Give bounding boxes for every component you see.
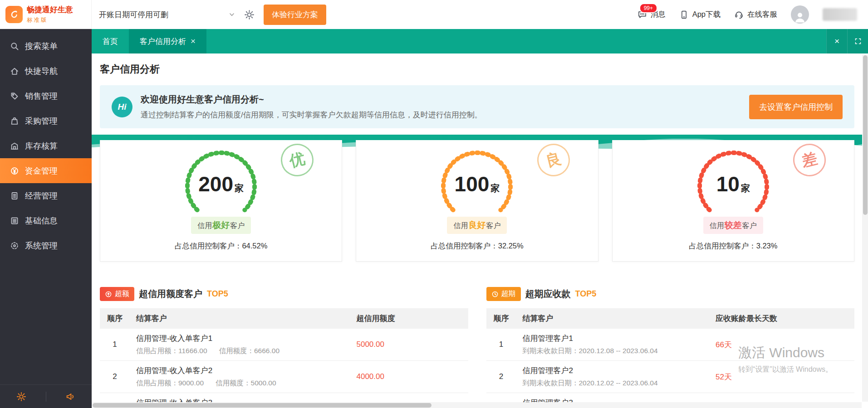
app-download-label: App下载 [692, 10, 721, 19]
top5-tables: 超额 超信用额度客户 TOP5 顺序 结算客户 超信用额度 [100, 287, 854, 408]
close-all-tabs-icon[interactable]: × [826, 29, 847, 53]
row-customer: 信用管理客户2 到期未收款日期：2020.12.02 -- 2023.06.04 [516, 361, 710, 393]
credit-poor-card: 10家 差 信用较差客户 占总信用控制客户：3.23% [612, 140, 854, 262]
trial-solution-button[interactable]: 体验行业方案 [264, 5, 326, 25]
over-amount-value: 5000.00 [350, 329, 468, 361]
sidebar-item-label: 资金管理 [25, 165, 58, 176]
overdue-receivables-table: 超期 超期应收款 TOP5 顺序 结算客户 应收账龄最长天数 [486, 287, 855, 408]
vertical-scrollbar-thumb[interactable] [863, 55, 868, 215]
setup-credit-control-button[interactable]: 去设置客户信用控制 [749, 95, 843, 119]
sidebar-item-inventory-accounting[interactable]: 库存核算 [0, 133, 92, 158]
online-service-label: 在线客服 [747, 10, 777, 19]
row-order: 2 [486, 361, 516, 393]
over-limit-icon [105, 291, 112, 298]
sidebar-item-sales-mgmt[interactable]: 销售管理 [0, 83, 92, 108]
vertical-scrollbar[interactable] [862, 54, 868, 402]
logo-title: 畅捷通好生意 [27, 5, 73, 15]
topbar: 开账日期可停用可删 体验行业方案 99+ 消息 App下载 在线客服 [92, 0, 868, 29]
sidebar-item-business-mgmt[interactable]: 经营管理 [0, 183, 92, 208]
sidebar-item-quick-nav[interactable]: 快捷导航 [0, 58, 92, 83]
overdue-table-title: 超期应收款 [525, 288, 571, 300]
banner-title: 欢迎使用好生意客户信用分析~ [141, 93, 482, 106]
poor-gauge: 10家 [681, 145, 785, 222]
account-period-value: 开账日期可停用可删 [99, 10, 168, 20]
grade-stamp-good: 良 [534, 140, 573, 180]
credit-summary-section: 200家 优 信用极好客户 占总信用控制客户：64.52% [92, 135, 868, 262]
customer-name: 信用管理-收入单客户2 [136, 365, 344, 376]
grade-badge: 信用极好客户 [191, 217, 251, 234]
messages-button[interactable]: 99+ 消息 [638, 10, 666, 19]
sidebar-menu: 搜索菜单 快捷导航 销售管理 采购管理 库存核算 资金管理 [0, 29, 92, 384]
account-period-select[interactable]: 开账日期可停用可删 [99, 10, 235, 20]
good-gauge: 100家 [425, 145, 529, 222]
sidebar-item-fund-mgmt[interactable]: 资金管理 [0, 158, 92, 183]
app-logo: 畅捷通好生意 标准版 [0, 0, 92, 29]
logo-icon [5, 6, 23, 23]
online-service-button[interactable]: 在线客服 [734, 10, 777, 19]
user-avatar[interactable] [791, 5, 809, 24]
tab-credit-analysis[interactable]: 客户信用分析 × [129, 29, 206, 53]
page-title: 客户信用分析 [92, 53, 868, 83]
sidebar-item-system-mgmt[interactable]: 系统管理 [0, 233, 92, 258]
announcement-icon[interactable] [65, 392, 75, 402]
row-order: 1 [486, 329, 516, 361]
table-row: 2 信用管理-收入单客户2 信用占用额：9000.00信用额度：5000.00 … [100, 361, 468, 393]
banner-text: 欢迎使用好生意客户信用分析~ 通过控制结算客户的信用额度/信用期限，可实时掌握客… [141, 93, 482, 120]
settings-gear-icon[interactable] [244, 10, 255, 20]
customer-name: 信用管理客户1 [523, 333, 703, 344]
col-order: 顺序 [100, 308, 130, 329]
fullscreen-icon[interactable] [847, 29, 868, 53]
phone-download-icon [679, 10, 689, 19]
row-order: 2 [100, 361, 130, 393]
customer-name: 信用管理-收入单客户1 [136, 333, 344, 344]
share-of-controlled: 占总信用控制客户：3.23% [613, 241, 854, 251]
tab-credit-analysis-label: 客户信用分析 [140, 36, 186, 47]
over-amount-value: 4000.00 [350, 361, 468, 393]
row-customer: 信用管理客户1 到期未收款日期：2020.12.08 -- 2023.06.04 [516, 329, 710, 361]
warehouse-icon [10, 141, 19, 151]
poor-count: 10家 [681, 172, 785, 196]
table-row: 2 信用管理客户2 到期未收款日期：2020.12.02 -- 2023.06.… [486, 361, 855, 393]
col-customer: 结算客户 [130, 308, 350, 329]
customer-detail: 到期未收款日期：2020.12.02 -- 2023.06.04 [523, 379, 703, 388]
footer-divider [46, 392, 46, 402]
sidebar-item-purchase-mgmt[interactable]: 采购管理 [0, 108, 92, 133]
hi-badge: Hi [112, 97, 132, 117]
tab-actions: × [826, 29, 868, 53]
top5-label: TOP5 [207, 289, 228, 299]
sidebar-item-label: 销售管理 [25, 91, 58, 102]
logo-text: 畅捷通好生意 标准版 [27, 5, 73, 24]
tab-close-icon[interactable]: × [191, 36, 196, 46]
over-credit-table: 超额 超信用额度客户 TOP5 顺序 结算客户 超信用额度 [100, 287, 468, 408]
sidebar-item-label: 基础信息 [25, 215, 58, 226]
over-credit-table-head: 超额 超信用额度客户 TOP5 [100, 287, 468, 301]
sidebar-footer [0, 384, 92, 408]
share-of-controlled: 占总信用控制客户：64.52% [100, 241, 342, 251]
settings-gear-icon[interactable] [16, 392, 26, 402]
grade-badge: 信用较差客户 [703, 217, 763, 234]
list-icon [10, 216, 19, 225]
coin-icon [10, 166, 19, 175]
horizontal-scrollbar-thumb[interactable] [93, 403, 432, 408]
message-count-badge: 99+ [639, 3, 657, 13]
excellent-count: 200家 [169, 172, 273, 196]
horizontal-scrollbar[interactable] [92, 402, 862, 408]
sidebar-item-basic-info[interactable]: 基础信息 [0, 208, 92, 233]
row-customer: 信用管理-收入单客户2 信用占用额：9000.00信用额度：5000.00 [130, 361, 350, 393]
grade-stamp-excellent: 优 [278, 140, 317, 180]
over-credit-table-title: 超信用额度客户 [139, 288, 202, 300]
chevron-down-icon [229, 11, 235, 18]
tab-home[interactable]: 首页 [92, 29, 129, 53]
max-age-days-value: 66天 [709, 329, 854, 361]
sidebar-item-label: 经营管理 [25, 190, 58, 201]
document-icon [10, 191, 19, 200]
customer-detail: 到期未收款日期：2020.12.08 -- 2023.06.04 [523, 346, 703, 356]
sidebar-item-label: 系统管理 [25, 240, 58, 251]
sidebar-item-label: 采购管理 [25, 116, 58, 126]
username-redacted [823, 8, 857, 21]
share-of-controlled: 占总信用控制客户：32.25% [356, 241, 598, 251]
app-download-button[interactable]: App下载 [679, 10, 721, 19]
system-gear-icon [10, 241, 19, 250]
sidebar-item-search-menu[interactable]: 搜索菜单 [0, 34, 92, 58]
welcome-banner: Hi 欢迎使用好生意客户信用分析~ 通过控制结算客户的信用额度/信用期限，可实时… [100, 85, 854, 128]
